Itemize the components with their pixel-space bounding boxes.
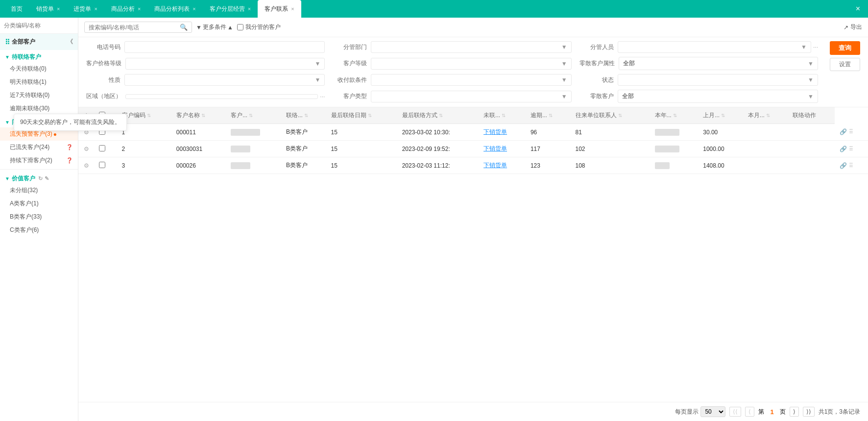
row-last-method[interactable]: 下销货单: [479, 157, 526, 174]
th-last-month[interactable]: 上月... ⇅: [698, 107, 743, 124]
more-filters-button[interactable]: ▼ 更多条件 ▲: [196, 23, 233, 31]
per-page-select[interactable]: 50 100 200: [700, 406, 725, 417]
tab-product-analysis-close[interactable]: ×: [138, 6, 141, 12]
th-this-year[interactable]: 本年... ⇅: [650, 107, 699, 124]
tab-home[interactable]: 首页: [4, 0, 29, 18]
action-menu-icon[interactable]: ⠿: [849, 146, 853, 152]
person-dots-button[interactable]: ···: [813, 44, 818, 50]
th-contact[interactable]: 联络... ⇅: [281, 107, 326, 124]
filter-dept-select[interactable]: ▼: [371, 41, 571, 53]
row-checkbox[interactable]: [94, 157, 117, 174]
filter-price-level-select[interactable]: ▼: [125, 58, 325, 70]
sidebar-item-ungrouped[interactable]: 未分组(32): [0, 184, 78, 197]
row-this-year: 30.00: [698, 124, 743, 141]
sort-icon-code: ⇅: [147, 113, 151, 118]
next-page-button[interactable]: ⟩: [790, 407, 799, 417]
settings-button[interactable]: 设置: [830, 58, 860, 71]
filter-retail-customer-select[interactable]: 全部 ▼: [618, 90, 818, 103]
query-button[interactable]: 查询: [830, 41, 860, 55]
filter-customer-level-select[interactable]: ▼: [371, 58, 571, 70]
filter-retail-attr-select[interactable]: 全部 ▼: [619, 57, 818, 70]
retail-attr-arrow-icon: ▼: [808, 60, 814, 67]
filter-payment-select[interactable]: ▼: [371, 74, 571, 86]
th-type[interactable]: 客户... ⇅: [226, 107, 281, 124]
th-this-month[interactable]: 本月... ⇅: [743, 107, 788, 124]
region-dots-button[interactable]: ···: [320, 93, 325, 100]
row-actions[interactable]: 🔗 ⠿: [835, 124, 868, 141]
action-link-icon[interactable]: 🔗: [840, 146, 847, 152]
tab-customer-segment-close[interactable]: ×: [248, 6, 251, 12]
sidebar-section-pending[interactable]: ▼ 待联络客户: [0, 50, 78, 62]
search-submit-icon[interactable]: 🔍: [180, 24, 188, 31]
th-last-method[interactable]: 最后联络方式 ⇅: [397, 107, 479, 124]
tab-sales-order[interactable]: 销货单 ×: [29, 0, 67, 18]
row-last-method[interactable]: 下销货单: [479, 141, 526, 157]
last-page-button[interactable]: ⟩⟩: [803, 407, 815, 417]
row-code: 000011: [171, 124, 226, 141]
row-actions[interactable]: 🔗 ⠿: [835, 141, 868, 157]
refresh-icon[interactable]: ↻: [38, 175, 43, 182]
sort-icon-this-month: ⇅: [766, 113, 770, 118]
tab-sales-order-close[interactable]: ×: [57, 6, 60, 12]
tab-customer-segment[interactable]: 客户分层经营 ×: [203, 0, 258, 18]
tab-purchase-order[interactable]: 进货单 ×: [67, 0, 104, 18]
th-last-date[interactable]: 最后联络日期 ⇅: [326, 107, 397, 124]
action-link-icon[interactable]: 🔗: [840, 128, 847, 135]
filter-status-select[interactable]: ▼: [618, 74, 818, 86]
sidebar-item-7days[interactable]: 近7天待联络(0): [0, 89, 78, 102]
sidebar-item-churned[interactable]: 已流失客户(24) ❓: [0, 141, 78, 154]
tab-purchase-order-close[interactable]: ×: [94, 6, 97, 12]
filter-row-1: 电话号码 分管部门 ▼ 分管人员: [86, 41, 818, 53]
sidebar-search-wrap: 🔍: [0, 18, 78, 34]
sidebar-all-customers[interactable]: ⠿ 全部客户 《: [0, 34, 78, 50]
action-menu-icon[interactable]: ⠿: [849, 162, 853, 169]
filter-person-select[interactable]: ▼: [618, 41, 811, 53]
page-label: 第: [758, 408, 764, 416]
filter-row-4: 区域（地区） ··· 客户类型 ▼: [86, 90, 818, 103]
th-no-contact[interactable]: 未联... ⇅: [479, 107, 526, 124]
sidebar-search-input[interactable]: [4, 22, 77, 29]
sidebar-item-class-b[interactable]: B类客户(33): [0, 210, 78, 223]
th-name[interactable]: 客户名称 ⇅: [171, 107, 226, 124]
row-seq: 3: [117, 157, 171, 174]
tab-product-analysis[interactable]: 商品分析 ×: [104, 0, 147, 18]
sidebar-item-today[interactable]: 今天待联络(0): [0, 62, 78, 75]
search-input[interactable]: [89, 24, 180, 31]
sidebar-item-class-a[interactable]: A类客户(1): [0, 197, 78, 210]
table-row: ⚙ 3 000026 B类客户 15 2023-02-03 11:12: 下销货…: [78, 157, 868, 174]
row-name: [226, 141, 281, 157]
my-customers-check[interactable]: [237, 24, 243, 30]
filter-customer-type-select[interactable]: ▼: [371, 91, 571, 102]
tab-product-analysis-list-close[interactable]: ×: [193, 6, 195, 12]
table-area: ⚙ 客户编码 ⇅ 客户名称: [78, 107, 868, 402]
th-contact2[interactable]: 往来单位联系人 ⇅: [571, 107, 650, 124]
sidebar-item-declining[interactable]: 持续下滑客户(2) ❓: [0, 154, 78, 167]
row-last-method[interactable]: 下销货单: [479, 124, 526, 141]
action-link-icon[interactable]: 🔗: [840, 162, 847, 169]
row-overdue: 108: [571, 157, 650, 174]
edit-icon[interactable]: ✎: [45, 175, 49, 182]
close-all-button[interactable]: ×: [852, 4, 864, 13]
my-customers-checkbox[interactable]: 我分管的客户: [237, 23, 281, 31]
tab-customer-contact-close[interactable]: ×: [291, 6, 294, 12]
sidebar-item-tomorrow[interactable]: 明天待联络(1): [0, 75, 78, 89]
action-menu-icon[interactable]: ⠿: [849, 128, 853, 135]
filter-retail-attr-label: 零散客户属性: [579, 59, 615, 68]
tab-product-analysis-list[interactable]: 商品分析列表 ×: [147, 0, 202, 18]
sidebar-item-overdue[interactable]: 逾期未联络(30): [0, 102, 78, 115]
first-page-button[interactable]: ⟨⟨: [729, 407, 741, 417]
row-actions[interactable]: 🔗 ⠿: [835, 157, 868, 174]
filter-phone-input[interactable]: [124, 41, 325, 53]
filter-nature-label: 性质: [86, 76, 121, 84]
th-overdue[interactable]: 逾期... ⇅: [526, 107, 571, 124]
tab-customer-contact[interactable]: 客户联系 ×: [258, 0, 301, 18]
filter-region-select[interactable]: [125, 94, 318, 99]
item-icons-declining: ❓: [66, 157, 73, 164]
sidebar-section-value[interactable]: ▼ 价值客户 ↻ ✎: [0, 172, 78, 184]
sidebar-item-class-c[interactable]: C类客户(6): [0, 223, 78, 237]
row-checkbox[interactable]: [94, 141, 117, 157]
export-button[interactable]: ↗ 导出: [844, 23, 862, 31]
filter-nature-select[interactable]: ▼: [124, 74, 325, 86]
status-arrow-icon: ▼: [808, 76, 814, 83]
prev-page-button[interactable]: ⟨: [745, 407, 754, 417]
